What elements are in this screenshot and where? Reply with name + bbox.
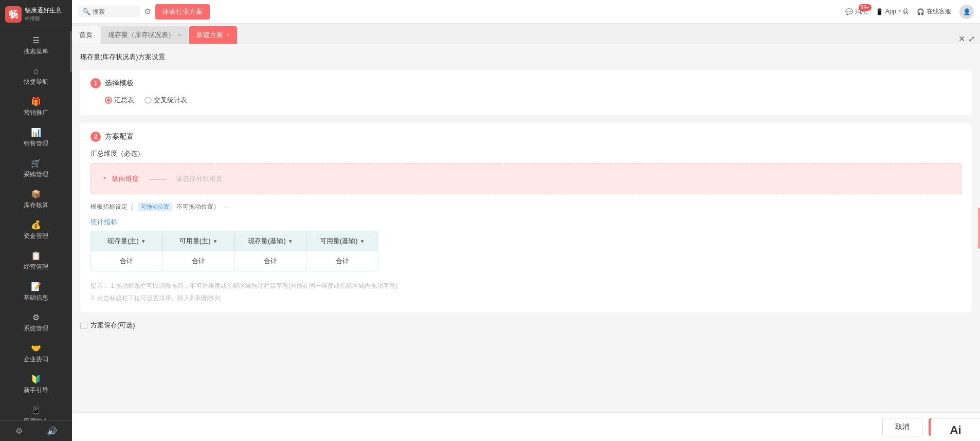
headset-icon: 🎧 (917, 8, 924, 15)
pink-dimension-area[interactable]: * 纵向维度 —— 请选择分组维度 (90, 163, 961, 194)
chart-icon: 📊 (31, 127, 41, 137)
money-icon: 💰 (31, 220, 41, 230)
radio-summary[interactable]: 汇总表 (105, 96, 134, 105)
step2-num: 2 (90, 132, 101, 142)
radio-summary-dot (105, 97, 112, 104)
gear-icon[interactable]: ⚙ (144, 7, 151, 16)
message-icon: 💬 (845, 8, 853, 15)
expand-window-icon[interactable]: ⤢ (968, 34, 975, 44)
tab-inventory[interactable]: 现存量（库存状况表） × (101, 26, 188, 44)
tab-inventory-close[interactable]: × (178, 32, 181, 38)
step2-card: 2 方案配置 汇总维度（必选） * 纵向维度 —— 请选择分组维度 模板指标设定… (80, 123, 972, 313)
step2-text: 方案配置 (105, 132, 134, 141)
content-area: 现存量(库存状况表)方案设置 1 选择模板 汇总表 交叉统计表 2 (72, 44, 980, 412)
stats-col-1[interactable]: 可用量(主) ▼ (163, 231, 235, 251)
avatar[interactable]: 👤 (959, 5, 974, 19)
sidebar-item-quick-nav[interactable]: ⌂ 快捷导航 (0, 61, 72, 91)
sidebar-item-label: 应用中心 (24, 417, 48, 420)
sidebar-nav: ☰ 搜索菜单 ⌂ 快捷导航 🎁 营销推广 📊 销售管理 🛒 采购管理 📦 库存核… (0, 27, 72, 420)
non-draggable-label: 不可拖动位置） (176, 203, 220, 211)
sidebar-item-new-guide[interactable]: 🔰 新手引导 (0, 369, 72, 400)
chevron-down-icon-1: ▼ (213, 238, 218, 244)
cart-icon: 🛒 (31, 158, 41, 168)
sidebar-item-label: 资金管理 (24, 232, 48, 241)
step1-num: 1 (90, 78, 101, 88)
stats-col-3[interactable]: 可用量(基辅) ▼ (306, 231, 378, 251)
save-checkbox[interactable] (80, 322, 87, 329)
sidebar-item-operations[interactable]: 📋 经营管理 (0, 246, 72, 277)
message-button[interactable]: 💬 消息 99+ (845, 7, 867, 16)
stats-col-0[interactable]: 现存量(主) ▼ (91, 231, 163, 251)
radio-cross[interactable]: 交叉统计表 (144, 96, 187, 105)
search-icon: 🔍 (82, 8, 90, 15)
sidebar-item-app-center[interactable]: 📱 应用中心 (0, 400, 72, 420)
tab-home[interactable]: 首页 (72, 26, 100, 44)
chevron-down-icon-0: ▼ (141, 238, 146, 244)
template-radio-group: 汇总表 交叉统计表 (105, 96, 961, 105)
sidebar-item-system[interactable]: ⚙ 系统管理 (0, 307, 72, 338)
sidebar-item-finance[interactable]: 💰 资金管理 (0, 215, 72, 246)
tab-new-plan-close[interactable]: × (226, 32, 229, 38)
app-download-button[interactable]: 📱 App下载 (876, 7, 909, 16)
sidebar-item-sales[interactable]: 📊 销售管理 (0, 122, 72, 153)
search-input[interactable] (93, 8, 134, 15)
close-window-icon[interactable]: ✕ (958, 34, 965, 44)
search-box[interactable]: 🔍 (78, 6, 140, 17)
sidebar-logo: 畅 畅康通好生意 标准版 (0, 0, 72, 27)
tip-2: 2. 点击标题栏下拉可设置排序、插入列和删除列 (90, 292, 961, 304)
footer-bar: 取消 查询 (72, 412, 980, 441)
sidebar-item-purchase[interactable]: 🛒 采购管理 (0, 153, 72, 184)
stats-section: 统计指标 现存量(主) ▼ 可用量(主) ▼ 现存量(基辅) (90, 217, 961, 271)
sidebar-item-cooperation[interactable]: 🤝 企业协同 (0, 338, 72, 369)
stats-table: 现存量(主) ▼ 可用量(主) ▼ 现存量(基辅) ▼ 可用量(基辅) (90, 231, 378, 271)
search-menu-icon: ☰ (32, 35, 40, 45)
chevron-down-icon-2: ▼ (288, 238, 293, 244)
page-title: 现存量(库存状况表)方案设置 (80, 52, 972, 62)
logo-icon: 畅 (5, 6, 22, 23)
online-service-button[interactable]: 🎧 在线客服 (917, 7, 951, 16)
save-row: 方案保存(可选) (80, 321, 972, 330)
sidebar-item-search-menu[interactable]: ☰ 搜索菜单 (0, 30, 72, 61)
step2-label: 2 方案配置 (90, 132, 961, 142)
app-download-label: App下载 (885, 7, 909, 16)
app-download-icon: 📱 (876, 8, 883, 15)
guide-icon: 🔰 (31, 374, 41, 384)
stats-col-3-label: 可用量(基辅) (320, 236, 358, 246)
sidebar-item-label: 经营管理 (24, 263, 48, 271)
cancel-button[interactable]: 取消 (882, 418, 922, 436)
topbar-right: 💬 消息 99+ 📱 App下载 🎧 在线客服 👤 (845, 5, 974, 19)
app-sub: 标准版 (25, 15, 62, 22)
app-name: 畅康通好生意 (25, 7, 62, 15)
stats-col-2-label: 现存量(基辅) (248, 236, 286, 246)
settings-icon[interactable]: ⚙ (15, 426, 23, 436)
sidebar-item-marketing[interactable]: 🎁 营销推广 (0, 91, 72, 122)
main-area: 🔍 ⚙ 体验行业方案 💬 消息 99+ 📱 App下载 🎧 在线客服 👤 (72, 0, 980, 441)
tips-section: 提示： 1.拖动标题栏可以调整布局，不可跨维度或指标区域拖动栏目字段(只能在同一… (90, 280, 961, 304)
sidebar-item-basic-info[interactable]: 📝 基础信息 (0, 277, 72, 307)
pink-dash: —— (149, 174, 166, 183)
tip-1: 提示： 1.拖动标题栏可以调整布局，不可跨维度或指标区域拖动栏目字段(只能在同一… (90, 280, 961, 292)
tab-new-plan[interactable]: 新建方案 × (189, 26, 237, 44)
save-label: 方案保存(可选) (90, 321, 135, 330)
trial-button[interactable]: 体验行业方案 (155, 4, 210, 20)
dimension-placeholder: 请选择分组维度 (176, 174, 223, 183)
stats-row-cell-0: 合计 (91, 251, 163, 271)
stats-table-header: 现存量(主) ▼ 可用量(主) ▼ 现存量(基辅) ▼ 可用量(基辅) (91, 231, 378, 251)
sidebar: 畅 畅康通好生意 标准版 ☰ 搜索菜单 ⌂ 快捷导航 🎁 营销推广 📊 销售管理… (0, 0, 72, 441)
sidebar-item-inventory[interactable]: 📦 库存核算 (0, 184, 72, 215)
sidebar-item-label: 新手引导 (24, 386, 48, 395)
chevron-down-icon-3: ▼ (360, 238, 365, 244)
note-icon: 📝 (31, 282, 41, 291)
speaker-icon[interactable]: 🔊 (47, 426, 57, 436)
sidebar-item-label: 搜索菜单 (24, 47, 48, 56)
sidebar-item-label: 库存核算 (24, 201, 48, 210)
indicator-label: 模板指标设定（ (90, 203, 134, 211)
summary-dimension-label: 汇总维度（必选） (90, 149, 961, 158)
sidebar-item-label: 快捷导航 (24, 78, 48, 86)
stats-col-2[interactable]: 现存量(基辅) ▼ (235, 231, 307, 251)
stats-row-cell-2: 合计 (235, 251, 307, 271)
radio-cross-dot (144, 97, 152, 104)
indicator-setting-row: 模板指标设定（ 可拖动位置 不可拖动位置） (90, 203, 961, 211)
sidebar-item-label: 销售管理 (24, 139, 48, 148)
box-icon: 📦 (31, 189, 41, 199)
